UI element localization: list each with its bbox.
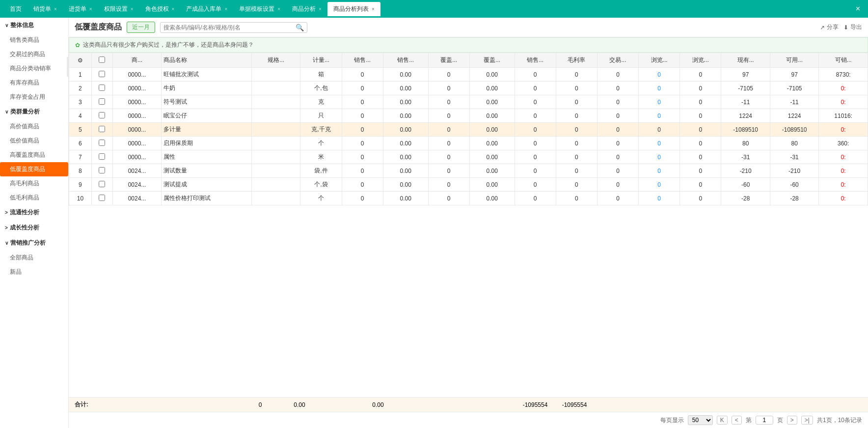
sidebar-group-marketing[interactable]: ∨ 营销推广分析 — [0, 235, 68, 251]
share-button[interactable]: ↗ 分享 — [820, 23, 839, 31]
row-checkbox[interactable] — [91, 178, 112, 192]
row-cover2: 0.00 — [469, 150, 515, 164]
sales2-column-header[interactable]: 销售... — [515, 53, 556, 68]
row-trade: 0 — [597, 137, 638, 150]
sidebar-group-circulation[interactable]: > 流通性分析 — [0, 205, 68, 220]
export-button[interactable]: ⬇ 导出 — [843, 23, 862, 31]
code-column-header[interactable]: 商... — [112, 53, 161, 68]
row-browse1[interactable]: 0 — [639, 164, 680, 178]
close-icon[interactable]: × — [131, 6, 134, 12]
row-avail: -7105 — [770, 82, 818, 95]
close-icon[interactable]: × — [224, 6, 227, 12]
row-checkbox[interactable] — [91, 109, 112, 123]
unit-column-header[interactable]: 计量... — [300, 53, 342, 68]
sidebar-item-inventory-capital[interactable]: 库存资金占用 — [0, 90, 68, 104]
nav-tab-produce[interactable]: 产成品入库单 × — [180, 2, 233, 16]
sidebar-item-new-goods[interactable]: 新品 — [0, 265, 68, 279]
close-icon[interactable]: × — [172, 6, 175, 12]
close-icon[interactable]: × — [319, 6, 322, 12]
row-checkbox[interactable] — [91, 82, 112, 95]
available-column-header[interactable]: 可用... — [770, 53, 818, 68]
browse2-column-header[interactable]: 浏览... — [680, 53, 721, 68]
row-checkbox[interactable] — [91, 150, 112, 164]
nav-tab-analysis[interactable]: 商品分析 × — [286, 2, 327, 16]
row-browse1[interactable]: 0 — [639, 192, 680, 205]
table-row: 70000...属性米00.0000.0000000-31-310: — [69, 150, 868, 164]
row-browse2: 0 — [680, 192, 721, 205]
sidebar-item-high-margin[interactable]: 高毛利商品 — [0, 176, 68, 191]
row-checkbox[interactable] — [91, 192, 112, 205]
nav-tab-purchase[interactable]: 进货单 × — [63, 2, 98, 16]
row-browse1[interactable]: 0 — [639, 68, 680, 82]
sidebar-item-stocked-goods[interactable]: 有库存商品 — [0, 76, 68, 90]
sidebar-group-cluster[interactable]: ∨ 类群量分析 — [0, 104, 68, 119]
info-tip-bar: ✿ 这类商品只有很少客户购买过，是推广不够，还是商品本身问题？ — [69, 37, 868, 53]
prev-page-button[interactable]: < — [732, 416, 742, 425]
row-sales-qty: 0 — [342, 150, 383, 164]
row-checkbox[interactable] — [91, 123, 112, 137]
row-curr: 1224 — [721, 109, 770, 123]
trade-column-header[interactable]: 交易... — [597, 53, 638, 68]
coverage1-column-header[interactable]: 覆盖... — [428, 53, 469, 68]
select-all-checkbox[interactable] — [99, 57, 105, 63]
row-checkbox[interactable] — [91, 137, 112, 150]
row-browse1[interactable]: 0 — [639, 150, 680, 164]
sales-amt-column-header[interactable]: 销售... — [383, 53, 428, 68]
close-icon[interactable]: × — [372, 6, 375, 12]
row-browse1[interactable]: 0 — [639, 123, 680, 137]
row-browse1[interactable]: 0 — [639, 109, 680, 123]
close-all-tabs-button[interactable]: × — [852, 4, 864, 13]
row-sellable: 0: — [819, 164, 868, 178]
current-stock-column-header[interactable]: 现有... — [721, 53, 770, 68]
sidebar-item-high-coverage[interactable]: 高覆盖度商品 — [0, 148, 68, 162]
settings-column-header[interactable]: ⚙ — [69, 53, 92, 68]
row-checkbox[interactable] — [91, 95, 112, 109]
nav-tab-template[interactable]: 单据模板设置 × — [233, 2, 286, 16]
row-number: 3 — [69, 95, 92, 109]
filter-recent-month-button[interactable]: 近一月 — [127, 22, 155, 33]
close-icon[interactable]: × — [89, 6, 92, 12]
search-input[interactable] — [163, 24, 296, 31]
sellable-column-header[interactable]: 可销... — [819, 53, 868, 68]
sidebar-item-low-margin[interactable]: 低毛利商品 — [0, 191, 68, 205]
sidebar-item-sales-goods[interactable]: 销售类商品 — [0, 33, 68, 47]
row-spec — [251, 178, 300, 192]
close-icon[interactable]: × — [277, 6, 280, 12]
name-column-header[interactable]: 商品名称 — [162, 53, 252, 68]
row-curr: -210 — [721, 164, 770, 178]
spec-column-header[interactable]: 规格... — [251, 53, 300, 68]
sidebar-item-low-value[interactable]: 低价值商品 — [0, 134, 68, 148]
row-trade: 0 — [597, 109, 638, 123]
coverage2-column-header[interactable]: 覆盖... — [469, 53, 515, 68]
last-page-button[interactable]: >| — [801, 416, 813, 425]
sales-qty-column-header[interactable]: 销售... — [342, 53, 383, 68]
nav-tab-sales[interactable]: 销货单 × — [27, 2, 63, 16]
table-row: 90024...测试提成个,袋00.0000.0000000-60-600: — [69, 178, 868, 192]
nav-tab-home[interactable]: 首页 — [4, 2, 27, 16]
row-checkbox[interactable] — [91, 164, 112, 178]
row-browse2: 0 — [680, 178, 721, 192]
nav-tab-perms[interactable]: 权限设置 × — [98, 2, 139, 16]
sidebar-group-growth[interactable]: > 成长性分析 — [0, 220, 68, 235]
row-spec — [251, 95, 300, 109]
page-number-input[interactable] — [756, 416, 773, 425]
sidebar-item-traded-goods[interactable]: 交易过的商品 — [0, 47, 68, 61]
sidebar-item-high-value[interactable]: 高价值商品 — [0, 119, 68, 134]
row-browse1[interactable]: 0 — [639, 137, 680, 150]
first-page-button[interactable]: K — [717, 416, 728, 425]
row-browse1[interactable]: 0 — [639, 82, 680, 95]
per-page-select[interactable]: 50 20 100 — [688, 415, 713, 425]
row-browse1[interactable]: 0 — [639, 95, 680, 109]
gross-margin-column-header[interactable]: 毛利率 — [556, 53, 597, 68]
sidebar-group-overall[interactable]: ∨ 整体信息 — [0, 18, 68, 33]
sidebar-item-all-goods[interactable]: 全部商品 — [0, 251, 68, 265]
row-checkbox[interactable] — [91, 68, 112, 82]
nav-tab-analysis-list[interactable]: 商品分析列表 × — [327, 2, 380, 16]
sidebar-item-low-coverage[interactable]: 低覆盖度商品 — [0, 162, 68, 176]
next-page-button[interactable]: > — [787, 416, 797, 425]
sidebar-item-category-rate[interactable]: 商品分类动销率 — [0, 61, 68, 76]
row-browse1[interactable]: 0 — [639, 178, 680, 192]
browse1-column-header[interactable]: 浏览... — [639, 53, 680, 68]
nav-tab-roles[interactable]: 角色授权 × — [139, 2, 181, 16]
close-icon[interactable]: × — [54, 6, 57, 12]
